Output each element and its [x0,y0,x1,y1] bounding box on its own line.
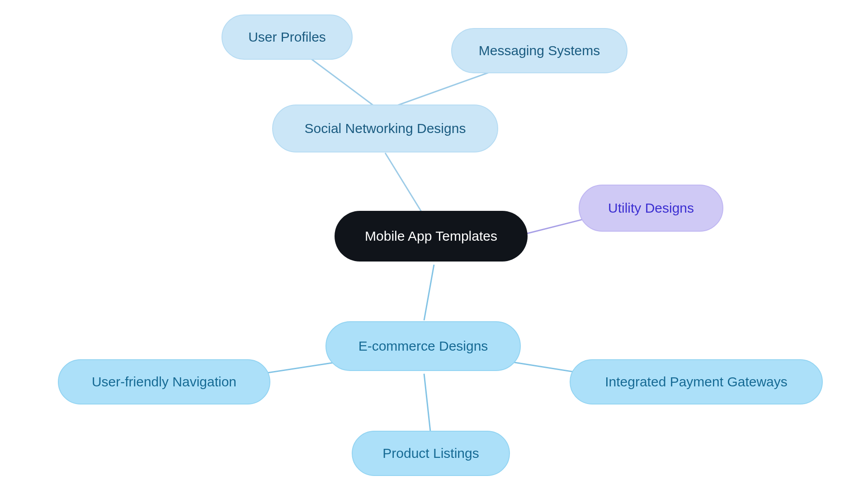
node-social-label: Social Networking Designs [305,121,466,136]
node-ecommerce[interactable]: E-commerce Designs [326,321,521,371]
node-user-profiles-label: User Profiles [248,29,326,45]
node-utility-label: Utility Designs [608,200,694,216]
node-listings[interactable]: Product Listings [352,431,510,476]
node-listings-label: Product Listings [382,446,479,461]
node-navigation-label: User-friendly Navigation [92,374,236,390]
edge-social-messaging [393,68,502,107]
node-messaging[interactable]: Messaging Systems [451,28,627,73]
edge-root-ecommerce [424,265,434,320]
node-utility[interactable]: Utility Designs [579,185,723,232]
node-root-label: Mobile App Templates [365,228,497,244]
mindmap-canvas: Mobile App Templates Social Networking D… [0,0,868,490]
node-navigation[interactable]: User-friendly Navigation [58,359,270,404]
node-root[interactable]: Mobile App Templates [335,211,528,262]
node-ecommerce-label: E-commerce Designs [359,338,488,354]
edge-social-profiles [307,56,375,107]
node-payments[interactable]: Integrated Payment Gateways [570,359,823,404]
node-messaging-label: Messaging Systems [479,43,600,58]
node-payments-label: Integrated Payment Gateways [605,374,788,390]
node-user-profiles[interactable]: User Profiles [222,14,353,60]
node-social[interactable]: Social Networking Designs [272,105,498,152]
edge-ecommerce-listings [424,374,430,432]
